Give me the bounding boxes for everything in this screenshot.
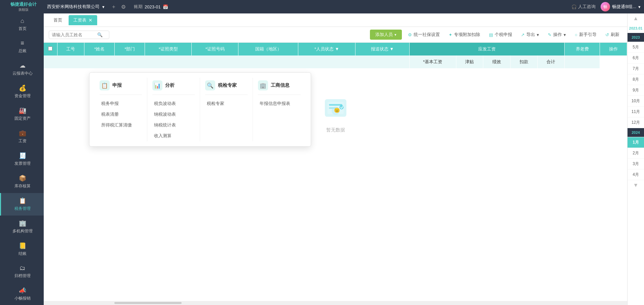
item-income-tax-settlement[interactable]: 所得税汇算清缴 — [100, 120, 142, 130]
sidebar-label-home: 首页 — [18, 26, 27, 32]
item-annual-report[interactable]: 年报信息申报表 — [258, 98, 301, 109]
period-value: 2023-01 — [145, 4, 161, 9]
month-7[interactable]: 7月 — [628, 64, 644, 74]
user-info[interactable]: 畅 畅捷通B组... ▾ — [601, 2, 641, 11]
item-tax-statistics[interactable]: 纳税统计表 — [152, 120, 195, 130]
sidebar-item-cloud[interactable]: ☁ 云报表中心 — [0, 58, 44, 80]
sidebar-item-close-accounts[interactable]: 📒 结账 — [0, 238, 44, 261]
sidebar-item-invoice[interactable]: 🧾 发票管理 — [0, 148, 44, 170]
month-5[interactable]: 5月 — [628, 42, 644, 53]
scroll-thumb[interactable] — [114, 302, 182, 304]
tab-home[interactable]: 首页 — [49, 15, 67, 25]
inventory-icon: 📦 — [19, 175, 26, 182]
sidebar-label-tax: 税务管理 — [14, 206, 31, 212]
sidebar-item-expense[interactable]: 📣 小畅报销 — [0, 283, 44, 305]
period-area: 账期 2023-01 📅 — [134, 4, 168, 10]
month-10[interactable]: 10月 — [628, 96, 644, 107]
month-2[interactable]: 2月 — [628, 148, 644, 159]
tab-close-button[interactable]: ✕ — [88, 17, 92, 23]
settings-icon[interactable]: ⚙ — [120, 3, 127, 11]
logo-title: 畅捷通好会计 — [10, 1, 37, 7]
sidebar-item-funds[interactable]: 💰 资金管理 — [0, 80, 44, 103]
avatar: 畅 — [601, 2, 610, 11]
sidebar-item-multi-org[interactable]: 🏢 多机构管理 — [0, 216, 44, 238]
search-input[interactable] — [52, 32, 96, 37]
calendar-icon[interactable]: 📅 — [163, 4, 168, 9]
export-icon: ↗ — [521, 32, 525, 37]
dropdown-col-header-analysis: 📊 分析 — [152, 78, 195, 95]
expense-icon: 📣 — [19, 287, 26, 294]
month-4[interactable]: 4月 — [628, 169, 644, 180]
item-tax-form-list[interactable]: 税表清册 — [100, 109, 142, 120]
sidebar-item-tax[interactable]: 📋 税务管理 — [0, 193, 44, 216]
refresh-icon: ↺ — [605, 32, 609, 37]
tab-salary-label: 工资表 — [73, 17, 86, 23]
item-tax-expert[interactable]: 税检专家 — [205, 98, 248, 109]
sidebar-item-salary[interactable]: 💼 工资 — [0, 125, 44, 148]
select-all-checkbox[interactable] — [48, 46, 52, 51]
col-status: *人员状态 ▼ — [298, 43, 355, 55]
month-1-active[interactable]: 1月 — [628, 137, 644, 148]
date-nav-down[interactable]: ▼ — [628, 180, 644, 190]
tab-home-label: 首页 — [53, 17, 62, 23]
add-person-button[interactable]: 添加人员 ▾ — [370, 30, 402, 40]
logo-subtitle: 旗舰版 — [18, 7, 29, 12]
operations-btn[interactable]: ✎ 操作 ▾ — [545, 30, 569, 39]
sidebar-item-home[interactable]: ⌂ 首页 — [0, 13, 44, 36]
date-nav-up[interactable]: ▲ — [628, 13, 644, 24]
sub-col-deductions: 扣款 — [510, 55, 537, 68]
svg-rect-2 — [329, 104, 342, 106]
sidebar-item-inventory[interactable]: 📦 库存核算 — [0, 170, 44, 193]
month-8[interactable]: 8月 — [628, 74, 644, 85]
ledger-icon: ≡ — [21, 40, 24, 47]
search-box[interactable]: 🔍 — [49, 31, 109, 39]
sidebar-label-salary: 工资 — [18, 138, 27, 144]
unified-social-insurance-btn[interactable]: ⚙ 统一社保设置 — [405, 30, 443, 39]
refresh-btn[interactable]: ↺ 刷新 — [603, 30, 622, 39]
checkbox-all-header[interactable] — [44, 43, 57, 55]
top-right: 🎧 人工咨询 畅 畅捷通B组... ▾ — [571, 2, 641, 11]
dropdown-col-header-shenBao: 📋 申报 — [100, 78, 142, 95]
company-selector[interactable]: 西安虾米网络科技有限公司 ▾ — [47, 4, 105, 10]
sidebar: ⌂ 首页 ≡ 总账 ☁ 云报表中心 💰 资金管理 🏭 固定资产 💼 工资 🧾 发… — [0, 13, 44, 305]
taxcheck-title: 税检专家 — [218, 82, 237, 88]
sidebar-item-ledger[interactable]: ≡ 总账 — [0, 36, 44, 58]
sidebar-label-ledger: 总账 — [18, 48, 27, 54]
special-deduction-btn[interactable]: ✦ 专项附加扣除 — [446, 30, 483, 39]
user-dropdown-icon: ▾ — [638, 4, 641, 9]
export-btn[interactable]: ↗ 导出 ▾ — [518, 30, 542, 39]
date-panel: ▲ 2023.01 2023 5月 6月 7月 8月 9月 10月 11月 12… — [627, 13, 644, 305]
sidebar-label-assets: 固定资产 — [14, 116, 31, 121]
add-company-button[interactable]: ＋ — [110, 3, 118, 11]
guide-btn[interactable]: ○ 新手引导 — [572, 30, 599, 39]
layout: ⌂ 首页 ≡ 总账 ☁ 云报表中心 💰 资金管理 🏭 固定资产 💼 工资 🧾 发… — [0, 13, 644, 305]
shenbao-col-icon: 📋 — [100, 80, 110, 90]
salary-table: 工号 *姓名 *部门 *证照类型 *证照号码 国籍（地区） *人员状态 ▼ 报送… — [44, 43, 627, 68]
dropdown-col-taxcheck: 🔍 税检专家 税检专家 — [200, 78, 253, 141]
tab-salary-table[interactable]: 工资表 ✕ — [69, 15, 97, 25]
individual-tax-icon: ▤ — [489, 32, 493, 37]
item-tax-declaration[interactable]: 税务申报 — [100, 98, 142, 109]
individual-tax-btn[interactable]: ▤ 个税申报 — [486, 30, 515, 39]
col-department: *部门 — [115, 43, 145, 55]
dropdown-col-header-business: 🏢 工商信息 — [258, 78, 301, 95]
business-title: 工商信息 — [271, 82, 290, 88]
item-income-forecast[interactable]: 收入测算 — [152, 130, 195, 141]
empty-text: 暂无数据 — [326, 127, 345, 133]
add-person-label: 添加人员 — [375, 32, 393, 38]
customer-service-btn[interactable]: 🎧 人工咨询 — [571, 4, 596, 10]
month-9[interactable]: 9月 — [628, 85, 644, 96]
col-id-number: *证照号码 — [192, 43, 238, 55]
sidebar-item-archive[interactable]: 🗂 归档管理 — [0, 261, 44, 283]
month-6[interactable]: 6月 — [628, 53, 644, 64]
month-11[interactable]: 11月 — [628, 107, 644, 117]
month-3[interactable]: 3月 — [628, 159, 644, 169]
item-tax-burden-fluctuation[interactable]: 税负波动表 — [152, 98, 195, 109]
tabs-bar: 首页 工资表 ✕ — [44, 13, 627, 27]
item-tax-payment-fluctuation[interactable]: 纳税波动表 — [152, 109, 195, 120]
month-12[interactable]: 12月 — [628, 117, 644, 128]
scroll-bar[interactable] — [44, 301, 627, 305]
operations-icon: ✎ — [548, 32, 552, 37]
analysis-col-icon: 📊 — [152, 80, 162, 90]
sidebar-item-assets[interactable]: 🏭 固定资产 — [0, 103, 44, 125]
